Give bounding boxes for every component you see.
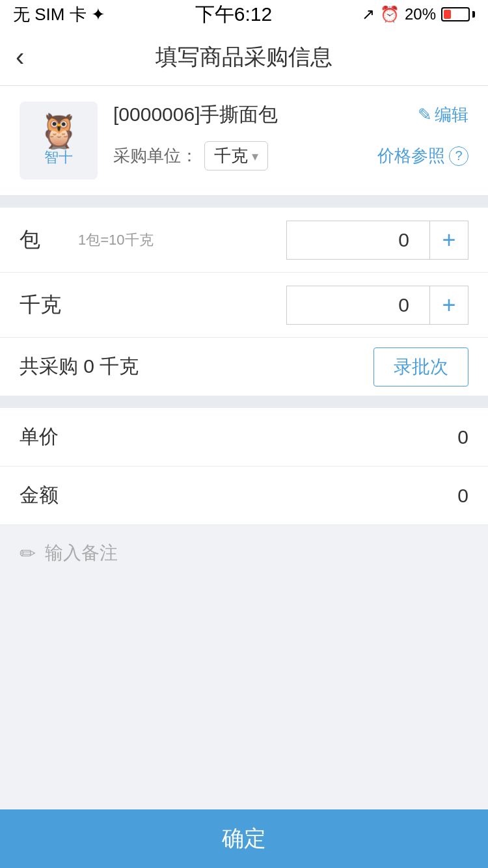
qty-plus-button-kg[interactable]: + <box>429 286 468 325</box>
product-thumb-text: 智十 <box>44 148 73 167</box>
back-button[interactable]: ‹ <box>16 42 24 72</box>
product-full-name: [0000006]手撕面包 <box>113 102 278 128</box>
price-ref-label: 价格参照 <box>377 144 445 167</box>
qty-label-bag: 包 <box>20 226 72 254</box>
product-thumb-icon: 🦉 <box>38 114 80 148</box>
qty-label-kg: 千克 <box>20 291 72 319</box>
product-info: [0000006]手撕面包 ✎ 编辑 采购单位： 千克 ▾ 价格参照 ? <box>113 102 468 170</box>
price-section: 单价 0 金额 0 <box>0 408 488 525</box>
amount-label: 金额 <box>20 482 59 509</box>
product-unit-row: 采购单位： 千克 ▾ 价格参照 ? <box>113 141 468 170</box>
qty-input-kg[interactable] <box>286 286 429 325</box>
qty-plus-button-bag[interactable]: + <box>429 221 468 260</box>
unit-price-row: 单价 0 <box>0 408 488 467</box>
status-bar: 无 SIM 卡 ✦ 下午6:12 ↗ ⏰ 20% <box>0 0 488 29</box>
nav-bar: ‹ 填写商品采购信息 <box>0 29 488 86</box>
unit-price-value: 0 <box>457 426 468 448</box>
section-divider-1 <box>0 196 488 208</box>
status-right: ↗ ⏰ 20% <box>362 5 475 23</box>
summary-row: 共采购 0 千克 录批次 <box>0 338 488 396</box>
record-batch-button[interactable]: 录批次 <box>373 347 468 387</box>
remark-section[interactable]: ✏ 输入备注 <box>0 525 488 581</box>
dropdown-arrow-icon: ▾ <box>252 148 258 164</box>
unit-label: 采购单位： <box>113 144 198 167</box>
edit-button[interactable]: ✎ 编辑 <box>418 103 468 126</box>
location-icon: ↗ <box>362 5 375 23</box>
battery-indicator <box>441 7 475 21</box>
remark-placeholder: 输入备注 <box>45 541 118 565</box>
price-reference-button[interactable]: 价格参照 ? <box>377 144 468 167</box>
amount-value: 0 <box>457 485 468 507</box>
product-name-row: [0000006]手撕面包 ✎ 编辑 <box>113 102 468 128</box>
status-left: 无 SIM 卡 ✦ <box>13 3 105 26</box>
quantity-row-bag: 包 1包=10千克 + <box>0 208 488 273</box>
quantity-section: 包 1包=10千克 + 千克 + <box>0 208 488 338</box>
alarm-icon: ⏰ <box>380 5 400 23</box>
section-divider-2 <box>0 396 488 408</box>
help-icon: ? <box>449 146 468 166</box>
qty-input-group-kg: + <box>286 286 468 325</box>
product-thumbnail: 🦉 智十 <box>20 102 98 180</box>
pencil-icon: ✏ <box>20 542 36 565</box>
confirm-button[interactable]: 确定 <box>0 809 488 868</box>
status-time: 下午6:12 <box>195 1 272 28</box>
page-title: 填写商品采购信息 <box>156 42 332 72</box>
unit-select[interactable]: 千克 ▾ <box>204 141 268 170</box>
battery-percent: 20% <box>405 5 436 23</box>
no-sim-text: 无 SIM 卡 ✦ <box>13 3 105 26</box>
qty-input-group-bag: + <box>286 221 468 260</box>
amount-row: 金额 0 <box>0 467 488 525</box>
product-card: 🦉 智十 [0000006]手撕面包 ✎ 编辑 采购单位： 千克 ▾ <box>0 86 488 196</box>
edit-icon: ✎ <box>418 105 432 125</box>
qty-input-bag[interactable] <box>286 221 429 260</box>
qty-sub-label-bag: 1包=10千克 <box>78 230 286 250</box>
unit-value: 千克 <box>214 144 248 167</box>
edit-label: 编辑 <box>435 103 468 126</box>
unit-price-label: 单价 <box>20 424 59 450</box>
summary-text: 共采购 0 千克 <box>20 353 139 380</box>
quantity-row-kg: 千克 + <box>0 273 488 338</box>
content-spacer <box>0 581 488 776</box>
